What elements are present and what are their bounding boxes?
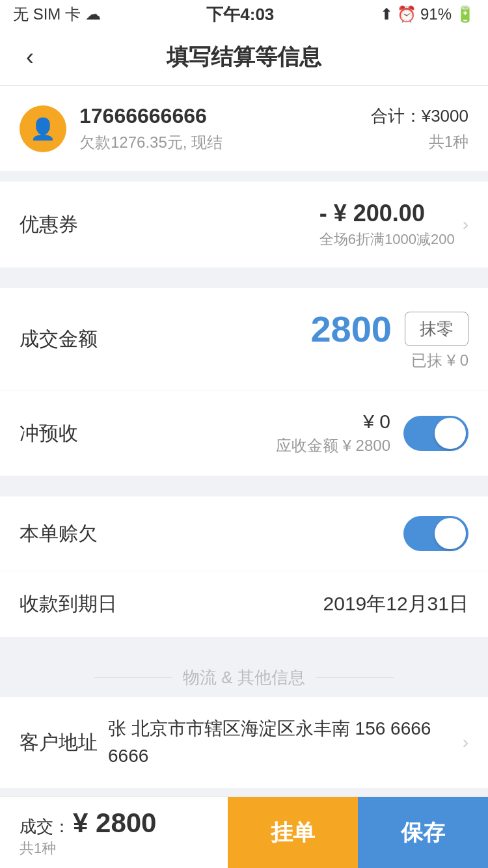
status-time: 下午4:03	[206, 3, 274, 26]
status-right: ⬆ ⏰ 91% 🔋	[380, 5, 475, 23]
toggle-knob	[435, 418, 466, 449]
due-date-row: 收款到期日 2019年12月31日	[0, 571, 488, 637]
customer-info: 17666666666 欠款1276.35元, 现结	[79, 104, 223, 153]
address-value: 张 北京市市辖区海淀区永丰南 156 6666 6666	[108, 715, 452, 770]
bottom-deal-row: 成交： ¥ 2800	[20, 807, 208, 839]
prepaid-row: 冲预收 ¥ 0 应收金额 ¥ 2800	[0, 391, 488, 476]
customer-right: 合计：¥3000 共1种	[371, 105, 468, 152]
round-button[interactable]: 抹零	[405, 312, 468, 346]
chevron-right-icon: ›	[463, 214, 468, 235]
divider-3	[0, 647, 488, 658]
coupon-info: - ¥ 200.00 全场6折满1000减200	[319, 200, 455, 249]
prepaid-amount: ¥ 0	[276, 411, 390, 433]
status-bar: 无 SIM 卡 ☁ 下午4:03 ⬆ ⏰ 91% 🔋	[0, 0, 488, 29]
total-label: 合计：¥3000	[371, 105, 468, 128]
location-icon: ⬆	[380, 5, 393, 23]
sim-label: 无 SIM 卡 ☁	[13, 4, 101, 25]
prepaid-label: 冲预收	[20, 420, 78, 447]
status-left: 无 SIM 卡 ☁	[13, 4, 101, 25]
coupon-desc: 全场6折满1000减200	[319, 230, 455, 249]
due-date-label: 收款到期日	[20, 591, 117, 617]
deal-value-area: 2800 抹零	[310, 308, 468, 350]
coupon-amount: - ¥ 200.00	[319, 200, 455, 227]
total-count: 共1种	[371, 131, 468, 152]
logistics-label: 物流 & 其他信息	[94, 666, 394, 689]
customer-phone: 17666666666	[79, 104, 223, 128]
battery-icon: 🔋	[455, 5, 475, 23]
bottom-summary: 成交： ¥ 2800 共1种	[0, 807, 228, 858]
address-chevron-icon: ›	[463, 732, 468, 753]
alarm-icon: ⏰	[397, 5, 416, 23]
bottom-buttons: 挂单 保存	[228, 797, 488, 868]
address-label: 客户地址	[20, 729, 98, 756]
hangup-button[interactable]: 挂单	[228, 797, 358, 868]
logistics-section-header: 物流 & 其他信息	[0, 658, 488, 697]
customer-card: 👤 17666666666 欠款1276.35元, 现结 合计：¥3000 共1…	[0, 86, 488, 171]
customer-debt: 欠款1276.35元, 现结	[79, 132, 223, 153]
debt-row: 本单赊欠	[0, 496, 488, 571]
bottom-deal-amount: ¥ 2800	[73, 807, 156, 839]
deal-amount-value: 2800	[310, 308, 392, 350]
bottom-deal-label: 成交：	[20, 815, 70, 838]
battery-label: 91%	[420, 5, 452, 23]
header: ‹ 填写结算等信息	[0, 29, 488, 86]
divider-2	[0, 486, 488, 496]
debt-label: 本单赊欠	[20, 521, 98, 547]
bottom-count: 共1种	[20, 839, 208, 858]
deal-amount-row: 成交金额 2800 抹零 已抹 ¥ 0	[0, 288, 488, 391]
due-date-value: 2019年12月31日	[323, 591, 468, 617]
debt-toggle[interactable]	[403, 516, 468, 551]
deal-right: 2800 抹零 已抹 ¥ 0	[310, 308, 468, 371]
form-section-2: 本单赊欠 收款到期日 2019年12月31日	[0, 496, 488, 637]
prepaid-value-area: ¥ 0 应收金额 ¥ 2800	[276, 411, 390, 456]
form-section-1: 成交金额 2800 抹零 已抹 ¥ 0 冲预收 ¥ 0 应收金额 ¥ 2800	[0, 288, 488, 476]
back-button[interactable]: ‹	[20, 37, 40, 77]
coupon-row[interactable]: 优惠券 - ¥ 200.00 全场6折满1000减200 ›	[0, 182, 488, 267]
coupon-label: 优惠券	[20, 211, 78, 238]
deal-label: 成交金额	[20, 326, 98, 353]
toggle-knob-2	[435, 518, 466, 549]
page-title: 填写结算等信息	[167, 42, 321, 72]
prepaid-sub: 应收金额 ¥ 2800	[276, 435, 390, 456]
deal-sub-text: 已抹 ¥ 0	[310, 350, 468, 371]
prepaid-toggle[interactable]	[403, 416, 468, 451]
coupon-right: - ¥ 200.00 全场6折满1000减200 ›	[319, 200, 468, 249]
divider-1	[0, 278, 488, 288]
save-button[interactable]: 保存	[358, 797, 488, 868]
customer-left: 👤 17666666666 欠款1276.35元, 现结	[20, 104, 223, 153]
bottom-bar: 成交： ¥ 2800 共1种 挂单 保存	[0, 796, 488, 868]
address-row[interactable]: 客户地址 张 北京市市辖区海淀区永丰南 156 6666 6666 ›	[0, 697, 488, 788]
main-content: 👤 17666666666 欠款1276.35元, 现结 合计：¥3000 共1…	[0, 86, 488, 868]
avatar: 👤	[20, 105, 66, 152]
